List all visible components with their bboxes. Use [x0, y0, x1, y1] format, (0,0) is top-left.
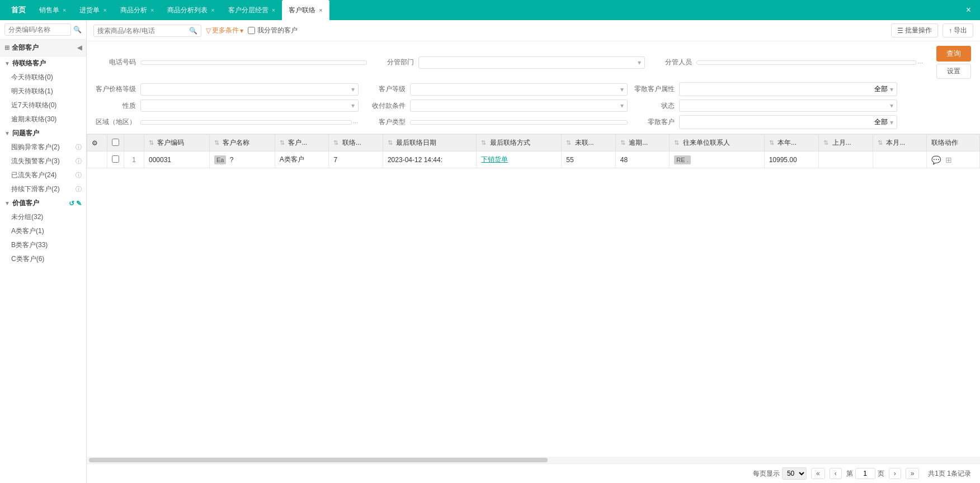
sidebar-value-title[interactable]: ▼ 价值客户 ↺ ✎: [0, 196, 86, 210]
customer-type-input[interactable]: [410, 120, 628, 125]
this-year-sort-icon: ⇅: [769, 139, 774, 146]
phone-input[interactable]: [140, 60, 367, 65]
close-purchase-icon[interactable]: ×: [103, 7, 106, 13]
th-settings[interactable]: ⚙: [87, 135, 107, 151]
th-this-month[interactable]: ⇅ 本月...: [873, 135, 927, 151]
region-dots-icon[interactable]: ···: [353, 119, 359, 126]
filter-row-4: 区域（地区） ··· 客户类型 零散客户 全部 ▾: [96, 115, 971, 129]
th-last-contact-date[interactable]: ⇅ 最后联络日期: [383, 135, 476, 151]
row-code-cell[interactable]: 000031: [144, 151, 210, 168]
nav-home[interactable]: 首页: [4, 0, 32, 20]
nav-customer-layer[interactable]: 客户分层经营 ×: [222, 0, 282, 20]
sidebar-pending-title[interactable]: ▼ 待联络客户: [0, 56, 86, 70]
sidebar-item-tomorrow[interactable]: 明天待联络(1): [0, 84, 86, 98]
scattered-select[interactable]: 全部 ▾: [679, 115, 897, 129]
nav-purchase[interactable]: 进货单 ×: [73, 0, 113, 20]
nav-goods-analysis[interactable]: 商品分析 ×: [114, 0, 161, 20]
th-un-contact[interactable]: ⇅ 未联...: [562, 135, 616, 151]
problem-triangle-icon: ▼: [4, 130, 10, 136]
th-last-contact-method[interactable]: ⇅ 最后联络方式: [477, 135, 562, 151]
scrollbar-thumb[interactable]: [89, 458, 548, 462]
filter-row-1: 电话号码 分管部门 ▾ 分管人员 ··· 查询 设置: [96, 46, 971, 79]
price-level-select[interactable]: ▾: [140, 83, 359, 96]
customer-level-label: 客户等级: [365, 84, 410, 94]
sidebar-item-b-class[interactable]: B类客户(33): [0, 238, 86, 252]
overdue-sort-icon: ⇅: [620, 139, 625, 146]
pagination: 每页显示 50 « ‹ 第 页 › » 共1页 1条记录: [87, 463, 980, 483]
th-name[interactable]: ⇅ 客户名称: [209, 135, 275, 151]
sidebar-search-icon[interactable]: 🔍: [73, 26, 82, 34]
my-customers-checkbox[interactable]: [248, 27, 255, 34]
row-last-month-cell: [819, 151, 873, 168]
payment-select[interactable]: ▾: [410, 100, 628, 112]
row-name-cell: Ea ?: [209, 151, 275, 168]
th-overdue[interactable]: ⇅ 逾期...: [615, 135, 670, 151]
manager-input[interactable]: [696, 60, 916, 65]
sidebar-item-today[interactable]: 今天待联络(0): [0, 70, 86, 84]
close-customer-contact-icon[interactable]: ×: [319, 7, 322, 13]
sidebar-item-7days[interactable]: 近7天待联络(0): [0, 98, 86, 112]
sidebar-item-c-class[interactable]: C类客户(6): [0, 252, 86, 266]
per-page-select[interactable]: 50: [782, 467, 807, 480]
sidebar-item-churned[interactable]: 已流失客户(24) ⓘ: [0, 168, 86, 182]
nav-customer-contact[interactable]: 客户联络 ×: [282, 0, 329, 20]
row-this-year-cell: 10995.00: [764, 151, 819, 168]
sidebar-problem-title[interactable]: ▼ 问题客户: [0, 126, 86, 140]
value-refresh-icon[interactable]: ↺: [69, 200, 74, 207]
close-customer-layer-icon[interactable]: ×: [272, 7, 275, 13]
setting-button[interactable]: 设置: [936, 64, 971, 79]
select-all-checkbox[interactable]: [112, 139, 119, 146]
nature-select[interactable]: ▾: [140, 100, 359, 112]
horizontal-scrollbar[interactable]: [87, 457, 980, 463]
sidebar-item-declining[interactable]: 持续下滑客户(2) ⓘ: [0, 182, 86, 196]
sidebar-item-a-class[interactable]: A类客户(1): [0, 224, 86, 238]
dept-select[interactable]: ▾: [418, 56, 645, 69]
close-goods-list-icon[interactable]: ×: [211, 7, 214, 13]
th-contact-count[interactable]: ⇅ 联络...: [329, 135, 383, 151]
customer-level-select[interactable]: ▾: [410, 83, 628, 96]
sidebar-item-ungroup[interactable]: 未分组(32): [0, 210, 86, 224]
scattered-attr-select[interactable]: 全部 ▾: [679, 82, 897, 96]
th-unit-contact[interactable]: ⇅ 往来单位联系人: [670, 135, 764, 151]
qr-icon[interactable]: ⊞: [945, 155, 952, 164]
th-this-year[interactable]: ⇅ 本年...: [764, 135, 819, 151]
th-customer-level[interactable]: ⇅ 客户...: [275, 135, 329, 151]
filter-search-icon[interactable]: 🔍: [189, 27, 197, 35]
page-input[interactable]: [855, 468, 875, 479]
export-button[interactable]: ↑ 导出: [943, 23, 973, 37]
filter-more-button[interactable]: ▽ 更多条件 ▾: [206, 26, 243, 35]
region-input[interactable]: [140, 120, 352, 125]
sidebar: 🔍 ⊞ 全部客户 ◀ ▼ 待联络客户 今天待联络(0) 明天待联络(1) 近7天…: [0, 20, 87, 483]
filter-search-input[interactable]: [97, 27, 187, 35]
prev-page-button[interactable]: ‹: [830, 468, 842, 479]
value-edit-icon[interactable]: ✎: [76, 200, 82, 207]
sidebar-collapse-icon[interactable]: ◀: [77, 44, 82, 51]
row-checkbox-cell: [107, 151, 124, 168]
status-select[interactable]: ▾: [679, 100, 897, 112]
sidebar-item-overdue[interactable]: 逾期未联络(30): [0, 112, 86, 126]
sidebar-search-input[interactable]: [4, 23, 71, 36]
nav-goods-list[interactable]: 商品分析列表 ×: [161, 0, 221, 20]
th-code[interactable]: ⇅ 客户编码: [144, 135, 210, 151]
settings-icon[interactable]: ⚙: [92, 139, 98, 147]
sidebar-item-hoard[interactable]: 囤购异常客户(2) ⓘ: [0, 140, 86, 154]
first-page-button[interactable]: «: [811, 468, 825, 479]
query-button[interactable]: 查询: [936, 46, 971, 61]
sidebar-all-customers[interactable]: ⊞ 全部客户 ◀: [0, 40, 86, 56]
nav-sales[interactable]: 销售单 ×: [32, 0, 73, 20]
close-sales-icon[interactable]: ×: [63, 7, 66, 13]
table-row: 1 000031 Ea ? A类客户 7 2023-04-12 14:44: 下…: [87, 151, 980, 168]
chat-icon[interactable]: 💬: [931, 155, 941, 164]
last-page-button[interactable]: »: [906, 468, 920, 479]
window-close-icon[interactable]: ×: [962, 5, 976, 15]
row-checkbox[interactable]: [112, 155, 119, 163]
row-un-contact-cell: 55: [562, 151, 616, 168]
sidebar-item-churn-warning[interactable]: 流失预警客户(3) ⓘ: [0, 154, 86, 168]
last-method-link[interactable]: 下销货单: [481, 155, 508, 163]
close-goods-analysis-icon[interactable]: ×: [150, 7, 154, 13]
manager-dots-icon[interactable]: ···: [917, 59, 923, 67]
next-page-button[interactable]: ›: [889, 468, 901, 479]
batch-ops-button[interactable]: ☰ 批量操作: [891, 23, 938, 37]
status-arrow: ▾: [890, 102, 893, 110]
th-last-month[interactable]: ⇅ 上月...: [819, 135, 873, 151]
